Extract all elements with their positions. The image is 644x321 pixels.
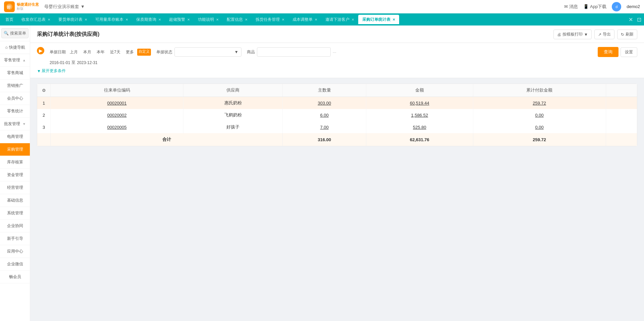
tab-label: 拣货任务管理	[256, 17, 280, 22]
table-row[interactable]: 3 00020005 好孩子 7.00 525.80 0.00	[37, 121, 637, 133]
sidebar-item-inventory[interactable]: 库存核算	[0, 156, 30, 169]
cell-paid[interactable]: 0.00	[473, 121, 606, 133]
tab-pick-task[interactable]: 拣货任务管理 ✕	[252, 15, 288, 24]
cell-supplier: 惠氏奶粉	[183, 97, 283, 109]
sidebar-item-enterprise[interactable]: 企业协同	[0, 220, 30, 232]
chevron-down-icon: ▼	[584, 32, 588, 37]
workspace-selector[interactable]: 母婴行业演示账套 ▼	[42, 4, 88, 10]
page-actions: 🖨 按模板打印 ▼ ↗ 导出 ↻ 刷新	[553, 30, 637, 39]
status-select[interactable]: ▼	[174, 47, 241, 57]
sidebar: 🔍 搜索菜单 ☆ 快捷导航 零售管理 ▲ 零售商城 营销推广 会员中心 零售统计…	[0, 25, 30, 321]
shortcut-more[interactable]: 更多	[124, 49, 136, 56]
tab-func-desc[interactable]: 功能说明 ✕	[194, 15, 223, 24]
sidebar-item-ecommerce[interactable]: 电商管理	[0, 130, 30, 143]
app-download-btn[interactable]: 📱 App下载	[583, 4, 606, 10]
goods-input[interactable]	[257, 47, 331, 57]
tab-stock-book[interactable]: 可用量库存账本 ✕	[91, 15, 132, 24]
tab-invite-downstream[interactable]: 邀请下游客户 ✕	[321, 15, 358, 24]
th-settings[interactable]: ⚙	[37, 84, 51, 97]
cell-paid[interactable]: 0.00	[473, 109, 606, 121]
table-header: ⚙ 往来单位编码 供应商 主数量 金额 累计付款金额	[37, 84, 637, 97]
close-icon[interactable]: ✕	[216, 18, 219, 21]
chevron-down-icon: ▼	[234, 50, 238, 54]
sidebar-item-wechat[interactable]: 企业微信	[0, 258, 30, 271]
th-amount: 金额	[366, 84, 473, 97]
sidebar-item-app-center[interactable]: 应用中心	[0, 245, 30, 258]
search-menu-btn[interactable]: 🔍 搜索菜单	[1, 28, 29, 38]
tab-purchase-summary[interactable]: 采购订单统计表 ✕	[358, 15, 399, 24]
tab-label: 采购订单统计表	[362, 17, 390, 22]
sidebar-item-vip[interactable]: 畅会员	[0, 271, 30, 283]
close-icon[interactable]: ✕	[85, 18, 87, 21]
template-print-btn[interactable]: 🖨 按模板打印 ▼	[553, 30, 592, 39]
table-row[interactable]: 1 00020001 惠氏奶粉 303.00 60,519.44 259.72	[37, 97, 637, 109]
filter-row-2: 2016-01-01 至 2023-12-31	[50, 60, 637, 65]
sidebar-item-capital[interactable]: 资金管理	[0, 169, 30, 181]
tab-label: 收发存汇总表	[21, 17, 46, 22]
query-btn[interactable]: 查询	[598, 47, 619, 57]
sidebar-item-purchase[interactable]: 采购管理	[0, 143, 30, 156]
tab-overstock[interactable]: 超储预警 ✕	[165, 15, 194, 24]
tab-home[interactable]: 首页	[1, 15, 17, 24]
refresh-btn[interactable]: ↻ 刷新	[617, 30, 637, 39]
cell-amount[interactable]: 1,586.52	[366, 109, 473, 121]
close-icon[interactable]: ✕	[187, 18, 190, 21]
sidebar-item-retail[interactable]: 零售管理 ▲	[0, 54, 30, 67]
shortcut-this-month[interactable]: 本月	[81, 49, 93, 56]
sidebar-item-label: 新手引导	[7, 236, 23, 242]
cell-unit-code[interactable]: 00020001	[51, 97, 183, 109]
date-shortcuts: 上月 本月 本年 近7天 更多 自定义	[68, 49, 151, 56]
sidebar-item-retail-stats[interactable]: 零售统计	[0, 105, 30, 118]
export-label: 导出	[603, 32, 611, 37]
custom-date-badge: 自定义	[137, 49, 151, 56]
tab-config[interactable]: 配置信息 ✕	[223, 15, 252, 24]
close-icon[interactable]: ✕	[245, 18, 248, 21]
tab-shelf-life[interactable]: 保质期查询 ✕	[132, 15, 165, 24]
close-icon[interactable]: ✕	[158, 18, 161, 21]
sidebar-item-retail-mall[interactable]: 零售商城	[0, 67, 30, 79]
tab-cost-adjust[interactable]: 成本调整单 ✕	[288, 15, 321, 24]
cell-amount[interactable]: 60,519.44	[366, 97, 473, 109]
more-options-icon[interactable]: ···	[333, 50, 336, 55]
close-icon[interactable]: ✕	[352, 18, 354, 21]
cell-unit-code[interactable]: 00020002	[51, 109, 183, 121]
shortcut-this-year[interactable]: 本年	[95, 49, 107, 56]
close-icon[interactable]: ✕	[125, 18, 128, 21]
sidebar-item-wholesale[interactable]: 批发管理 ▼	[0, 118, 30, 130]
tab-label: 超储预警	[169, 17, 185, 22]
close-icon[interactable]: ✕	[48, 18, 50, 21]
tab-receive-summary[interactable]: 收发存汇总表 ✕	[17, 15, 54, 24]
collapse-filter-btn[interactable]: ▶	[37, 47, 44, 54]
sidebar-item-member[interactable]: 会员中心	[0, 92, 30, 105]
cell-paid[interactable]: 259.72	[473, 97, 606, 109]
tab-label: 可用量库存账本	[95, 17, 123, 22]
shortcut-7days[interactable]: 近7天	[108, 49, 122, 56]
close-icon[interactable]: ✕	[282, 18, 284, 21]
sidebar-item-marketing[interactable]: 营销推广	[0, 79, 30, 92]
template-print-label: 按模板打印	[562, 32, 583, 37]
sidebar-item-newbie[interactable]: 新手引导	[0, 232, 30, 245]
export-btn[interactable]: ↗ 导出	[594, 30, 614, 39]
close-window-btn[interactable]: ✕	[627, 16, 634, 23]
settings-btn[interactable]: 设置	[621, 47, 637, 57]
cell-unit-code[interactable]: 00020005	[51, 121, 183, 133]
message-btn[interactable]: ✉ 消息	[564, 4, 578, 10]
sidebar-item-system[interactable]: 系统管理	[0, 207, 30, 220]
user-avatar[interactable]: d	[612, 2, 621, 11]
cell-amount[interactable]: 525.80	[366, 121, 473, 133]
table-row[interactable]: 2 00020002 飞鹤奶粉 6.00 1,586.52 0.00	[37, 109, 637, 121]
sidebar-item-ops[interactable]: 经营管理	[0, 181, 30, 194]
footer-extra	[606, 133, 637, 146]
status-filter: 单据状态 ▼	[156, 47, 241, 57]
close-icon[interactable]: ✕	[392, 18, 395, 21]
expand-filter-btn[interactable]: ▼ 展开更多条件	[37, 68, 637, 74]
tab-order-summary[interactable]: 要货单统计表 ✕	[54, 15, 91, 24]
sidebar-item-basic[interactable]: 基础信息	[0, 194, 30, 207]
quick-nav-btn[interactable]: ☆ 快捷导航	[0, 41, 30, 54]
cell-qty[interactable]: 6.00	[283, 109, 366, 121]
cell-qty[interactable]: 303.00	[283, 97, 366, 109]
shortcut-last-month[interactable]: 上月	[68, 49, 80, 56]
cell-qty[interactable]: 7.00	[283, 121, 366, 133]
close-icon[interactable]: ✕	[315, 18, 317, 21]
maximize-btn[interactable]: ⊡	[636, 16, 643, 23]
